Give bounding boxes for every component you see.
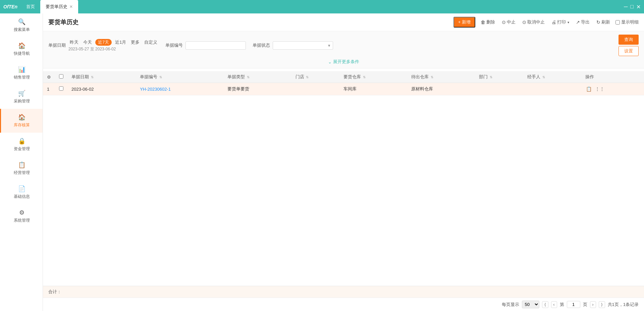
expand-more-button[interactable]: ⌄ 展开更多条件 <box>328 59 359 65</box>
last-page-button[interactable]: ⟩ <box>599 301 605 308</box>
sidebar-label-quicknav: 快捷导航 <box>14 51 30 56</box>
sidebar: 🔍 搜索菜单 🏠 快捷导航 📊 销售管理 🛒 采购管理 🏠 库存核算 🔒 资金管… <box>0 13 43 311</box>
finance-icon: 🔒 <box>18 137 25 145</box>
sidebar-item-finance[interactable]: 🔒 资金管理 <box>0 133 43 157</box>
row-actions-cell: 📋 ⋮⋮ <box>581 83 644 95</box>
row-more-button[interactable]: ⋮⋮ <box>594 86 605 92</box>
page-size-label: 每页显示 <box>502 302 519 308</box>
page-header: 要货单历史 + 新增 🗑 删除 ⊙ 中止 ⊙ 取消中止 🖨 <box>43 13 644 31</box>
col-settings[interactable]: ⚙ <box>43 71 55 83</box>
sidebar-label-system: 系统管理 <box>14 218 30 223</box>
status-select[interactable] <box>273 41 333 50</box>
pagination-bar: 每页显示 10 20 50 100 ⟨ ‹ 第 页 › ⟩ 共1页，1条记录 <box>43 298 644 311</box>
purchase-icon: 🛒 <box>18 90 25 97</box>
next-page-button[interactable]: › <box>590 301 596 308</box>
maximize-button[interactable]: □ <box>630 4 634 10</box>
col-doc-date[interactable]: 单据日期 ⇅ <box>67 71 136 83</box>
system-icon: ⚙ <box>19 209 24 216</box>
chevron-down-icon: ⌄ <box>328 59 332 64</box>
filter-action-buttons: 查询 设置 <box>619 35 639 56</box>
sidebar-item-sales[interactable]: 📊 销售管理 <box>0 61 43 85</box>
col-department[interactable]: 部门 ⇅ <box>475 71 523 83</box>
row-req-warehouse: 车间库 <box>339 83 407 95</box>
sort-store-icon: ⇅ <box>306 75 309 79</box>
data-table: ⚙ 单据日期 ⇅ 单据编号 ⇅ 单据类型 <box>43 71 644 95</box>
show-detail-checkbox-label[interactable]: 显示明细 <box>615 19 639 25</box>
content-area: 要货单历史 + 新增 🗑 删除 ⊙ 中止 ⊙ 取消中止 🖨 <box>43 13 644 311</box>
sidebar-label-purchase: 采购管理 <box>14 98 30 104</box>
refresh-button[interactable]: ↻ 刷新 <box>595 18 611 26</box>
minimize-button[interactable]: ─ <box>624 4 628 10</box>
print-dropdown-icon: ▾ <box>568 20 569 24</box>
sidebar-item-purchase[interactable]: 🛒 采购管理 <box>0 85 43 109</box>
search-icon: 🔍 <box>18 18 25 26</box>
date-filter-group: 单据日期 昨天 今天 近7天 近1月 更多 自定义 2023-05-27 至 2… <box>48 39 159 52</box>
1month-shortcut[interactable]: 近1月 <box>114 39 127 46</box>
select-all-checkbox[interactable] <box>59 74 63 79</box>
table-body: 1 2023-06-02 YH-20230602-1 要货单要货 车间库 原材料… <box>43 83 644 95</box>
inventory-icon: 🏠 <box>18 114 25 121</box>
sidebar-item-inventory[interactable]: 🏠 库存核算 <box>0 109 43 133</box>
page-unit: 页 <box>583 302 587 308</box>
row-edit-button[interactable]: 📋 <box>585 86 592 92</box>
delete-button[interactable]: 🗑 删除 <box>479 18 496 26</box>
delete-icon: 🗑 <box>481 19 485 25</box>
page-size-select[interactable]: 10 20 50 100 <box>522 301 539 308</box>
window-controls: ─ □ ✕ <box>624 4 641 10</box>
doc-number-link[interactable]: YH-20230602-1 <box>140 87 171 92</box>
row-index: 1 <box>43 83 55 95</box>
brand-logo: OfTEn <box>3 4 17 9</box>
doc-number-label: 单据编号 <box>165 42 183 48</box>
custom-shortcut[interactable]: 自定义 <box>143 39 159 46</box>
filter-settings-button[interactable]: 设置 <box>619 46 639 56</box>
tab-close-icon[interactable]: ✕ <box>69 4 73 9</box>
more-shortcut[interactable]: 更多 <box>129 39 141 46</box>
col-handler[interactable]: 经手人 ⇅ <box>523 71 581 83</box>
sidebar-item-system[interactable]: ⚙ 系统管理 <box>0 204 43 228</box>
stop-button[interactable]: ⊙ 中止 <box>500 18 517 26</box>
tab-home[interactable]: 首页 <box>21 0 40 13</box>
sidebar-item-operation[interactable]: 📋 经营管理 <box>0 157 43 180</box>
sort-doc-number-icon: ⇅ <box>159 75 162 79</box>
export-button[interactable]: ↗ 导出 <box>575 18 591 26</box>
sidebar-label-sales: 销售管理 <box>14 75 30 80</box>
sidebar-label-finance: 资金管理 <box>14 146 30 152</box>
col-doc-number[interactable]: 单据编号 ⇅ <box>136 71 223 83</box>
add-button[interactable]: + 新增 <box>453 17 475 28</box>
sidebar-item-search[interactable]: 🔍 搜索菜单 <box>0 13 43 37</box>
cancel-stop-button[interactable]: ⊙ 取消中止 <box>521 18 546 26</box>
sidebar-item-quicknav[interactable]: 🏠 快捷导航 <box>0 37 43 61</box>
sidebar-label-search: 搜索菜单 <box>14 27 30 33</box>
sort-pending-warehouse-icon: ⇅ <box>431 75 433 79</box>
doc-number-input[interactable] <box>185 41 246 50</box>
print-button[interactable]: 🖨 打印 ▾ <box>550 18 571 26</box>
col-store[interactable]: 门店 ⇅ <box>291 71 340 83</box>
col-req-warehouse[interactable]: 要货仓库 ⇅ <box>339 71 407 83</box>
yesterday-shortcut[interactable]: 昨天 <box>68 39 80 46</box>
row-select-checkbox[interactable] <box>59 86 63 91</box>
query-button[interactable]: 查询 <box>619 35 639 45</box>
date-shortcuts-group: 昨天 今天 近7天 近1月 更多 自定义 2023-05-27 至 2023-0… <box>68 39 159 52</box>
basicinfo-icon: 📄 <box>18 185 25 192</box>
show-detail-checkbox[interactable] <box>615 20 620 25</box>
first-page-button[interactable]: ⟨ <box>542 301 548 308</box>
row-department <box>475 83 523 95</box>
close-button[interactable]: ✕ <box>636 4 641 10</box>
sales-icon: 📊 <box>18 66 25 73</box>
prev-page-button[interactable]: ‹ <box>551 301 557 308</box>
refresh-icon: ↻ <box>596 19 600 25</box>
status-select-wrapper <box>273 41 333 50</box>
row-action-buttons: 📋 ⋮⋮ <box>585 86 640 92</box>
total-label: 合计： <box>48 289 61 294</box>
7days-shortcut[interactable]: 近7天 <box>95 39 112 46</box>
row-pending-warehouse: 原材料仓库 <box>407 83 475 95</box>
row-handler <box>523 83 581 95</box>
today-shortcut[interactable]: 今天 <box>82 39 93 46</box>
col-pending-warehouse[interactable]: 待出仓库 ⇅ <box>407 71 475 83</box>
sidebar-item-basicinfo[interactable]: 📄 基础信息 <box>0 180 43 204</box>
sort-doc-date-icon: ⇅ <box>91 75 94 79</box>
tab-purchase-history[interactable]: 要货单历史 ✕ <box>40 0 78 13</box>
page-number-input[interactable] <box>567 301 580 308</box>
col-doc-type[interactable]: 单据类型 ⇅ <box>223 71 291 83</box>
col-actions: 操作 <box>581 71 644 83</box>
